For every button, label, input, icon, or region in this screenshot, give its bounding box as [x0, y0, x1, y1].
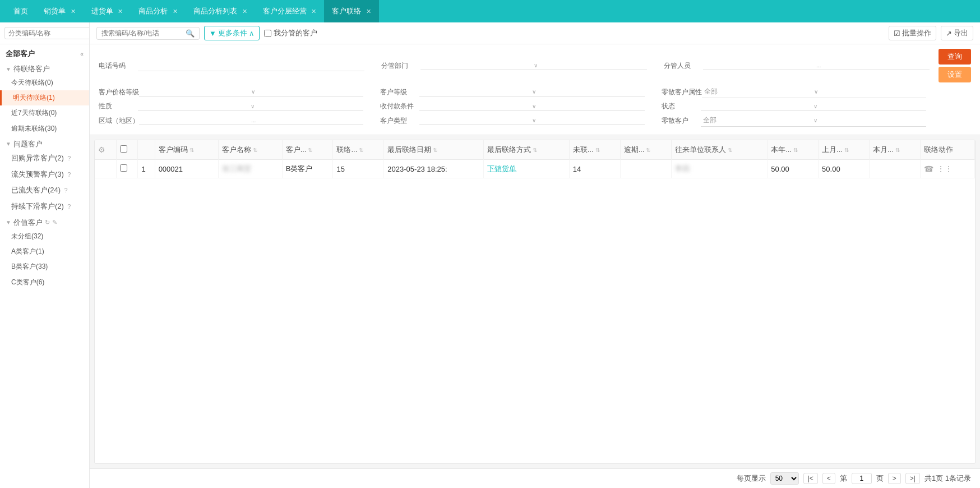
col-overdue[interactable]: 逾期... ⇅	[620, 140, 671, 160]
sort-method-icon: ⇅	[533, 147, 537, 153]
sidebar-item-churn-warning[interactable]: 流失预警客户(3) ?	[0, 167, 89, 183]
select-all-checkbox[interactable]	[120, 145, 127, 153]
nav-home[interactable]: 首页	[6, 0, 36, 22]
query-btn[interactable]: 查询	[939, 49, 971, 65]
filter-customer-type-select[interactable]: ∨	[419, 116, 645, 125]
table-row: 1 000021 张三商贸 B类客户 15 2023-05-23 18:25: …	[95, 160, 975, 178]
sort-overdue-icon: ⇅	[646, 147, 650, 153]
close-product-analysis-icon[interactable]: ✕	[173, 8, 178, 15]
sidebar-item-tomorrow-contact[interactable]: 明天待联络(1)	[0, 90, 89, 105]
nav-product-analysis[interactable]: 商品分析 ✕	[131, 0, 186, 22]
row-action-more-icon[interactable]: ⋮⋮	[937, 164, 953, 173]
all-customers-header[interactable]: 全部客户 «	[0, 44, 89, 61]
col-contacts-person[interactable]: 往来单位联系人 ⇅	[671, 140, 768, 160]
customer-type-chevron-icon: ∨	[532, 117, 642, 123]
sidebar-search-area: 🔍	[0, 22, 89, 44]
first-page-btn[interactable]: |<	[803, 473, 818, 484]
col-this-year[interactable]: 本年... ⇅	[768, 140, 819, 160]
filter-payment-select[interactable]: ∨	[419, 102, 645, 111]
col-not-contacted[interactable]: 未联... ⇅	[569, 140, 620, 160]
nav-product-analysis-list[interactable]: 商品分析列表 ✕	[186, 0, 255, 22]
sidebar-item-7days-contact[interactable]: 近7天待联络(0)	[0, 105, 89, 121]
batch-operation-btn[interactable]: ☑ 批量操作	[889, 26, 936, 40]
col-last-month[interactable]: 上月... ⇅	[819, 140, 870, 160]
help-icon-3[interactable]: ?	[67, 203, 71, 210]
filter-phone-input[interactable]	[138, 61, 364, 71]
filter-manager: 分管人员 ...	[664, 61, 930, 71]
col-type[interactable]: 客户... ⇅	[282, 140, 333, 160]
help-icon-2[interactable]: ?	[64, 187, 67, 194]
collapse-icon[interactable]: «	[80, 50, 84, 57]
next-page-btn[interactable]: >	[888, 473, 901, 484]
sidebar: 🔍 全部客户 « ▼ 待联络客户 今天待联络(0) 明天待联络(1) 近7天待联…	[0, 22, 90, 488]
page-input[interactable]	[852, 473, 872, 484]
table-gear-icon[interactable]: ⚙	[98, 145, 105, 154]
total-records: 共1页 1条记录	[924, 473, 971, 484]
col-contact[interactable]: 联络... ⇅	[333, 140, 384, 160]
filter-dept-select[interactable]: ∨	[420, 61, 647, 70]
col-last-contact-method[interactable]: 最后联络方式 ⇅	[484, 140, 569, 160]
sidebar-item-today-contact[interactable]: 今天待联络(0)	[0, 75, 89, 90]
filter-customer-level-select[interactable]: ∨	[419, 88, 645, 96]
filter-manager-select[interactable]: ...	[703, 61, 930, 70]
sidebar-item-class-b[interactable]: B类客户(33)	[0, 259, 89, 274]
filter-region-select[interactable]: ...	[139, 116, 363, 125]
filter-status-select[interactable]: ∨	[701, 102, 926, 111]
close-customer-contact-icon[interactable]: ✕	[366, 8, 371, 15]
filter-retail-customer-select[interactable]: 全部 ∨	[701, 114, 926, 127]
value-group-edit-icon[interactable]: ✎	[52, 219, 57, 226]
sidebar-item-unclassified[interactable]: 未分组(32)	[0, 229, 89, 244]
search-input[interactable]	[101, 29, 186, 37]
close-customer-segment-icon[interactable]: ✕	[311, 8, 316, 15]
col-last-contact-date[interactable]: 最后联络日期 ⇅	[384, 140, 484, 160]
row-action-phone-icon[interactable]: ☎	[924, 164, 933, 173]
sidebar-item-repurchase-abnormal[interactable]: 回购异常客户(2) ?	[0, 150, 89, 167]
nav-customer-contact[interactable]: 客户联络 ✕	[324, 0, 379, 22]
my-customers-checkbox[interactable]	[264, 30, 271, 37]
col-this-month[interactable]: 本月... ⇅	[869, 140, 920, 160]
search-input-wrap: 🔍	[96, 27, 200, 40]
export-btn[interactable]: ↗ 导出	[941, 26, 973, 40]
status-chevron-icon: ∨	[813, 103, 924, 109]
help-icon-0[interactable]: ?	[67, 155, 71, 162]
nav-purchase[interactable]: 进货单 ✕	[84, 0, 131, 22]
nav-sales[interactable]: 销货单 ✕	[36, 0, 84, 22]
filter-nature-select[interactable]: ∨	[138, 102, 363, 111]
filter-more-btn[interactable]: ▼ 更多条件 ∧	[204, 26, 260, 40]
row-contact-cell: 15	[333, 160, 384, 178]
filter-retail-attr-select[interactable]: 全部 ∨	[702, 86, 926, 98]
setting-btn[interactable]: 设置	[939, 67, 971, 82]
sidebar-item-churned[interactable]: 已流失客户(24) ?	[0, 182, 89, 199]
filter-row-4: 区域（地区） ... 客户类型 ∨ 零散客户	[99, 114, 971, 127]
sidebar-item-class-a[interactable]: A类客户(1)	[0, 244, 89, 259]
page-size-select[interactable]: 50 20 100	[770, 472, 799, 485]
row-checkbox[interactable]	[120, 164, 127, 172]
filter-retail-customer: 零散客户 全部 ∨	[662, 114, 926, 127]
sidebar-item-declining[interactable]: 持续下滑客户(2) ?	[0, 199, 89, 215]
col-code[interactable]: 客户编码 ⇅	[155, 140, 219, 160]
sort-contacts-icon: ⇅	[728, 147, 732, 153]
search-icon[interactable]: 🔍	[186, 29, 195, 38]
sidebar-search-input[interactable]	[4, 27, 90, 39]
filter-price-level-select[interactable]: ∨	[139, 88, 363, 96]
sidebar-item-class-c[interactable]: C类客户(6)	[0, 275, 89, 290]
close-product-analysis-list-icon[interactable]: ✕	[242, 8, 247, 15]
last-contact-method-link[interactable]: 下销货单	[487, 164, 516, 173]
prev-page-btn[interactable]: <	[822, 473, 835, 484]
value-group-refresh-icon[interactable]: ↻	[45, 219, 50, 226]
help-icon-1[interactable]: ?	[67, 171, 71, 178]
pending-group-label: ▼ 待联络客户	[0, 61, 89, 75]
nav-customer-segment[interactable]: 客户分层经营 ✕	[255, 0, 325, 22]
page-suffix: 页	[876, 473, 884, 484]
last-page-btn[interactable]: >|	[905, 473, 920, 484]
row-overdue-cell	[620, 160, 671, 178]
col-name[interactable]: 客户名称 ⇅	[219, 140, 283, 160]
row-last-month-cell: 50.00	[819, 160, 870, 178]
sidebar-item-overdue-contact[interactable]: 逾期未联络(30)	[0, 121, 89, 136]
page-size-label: 每页显示	[737, 473, 766, 484]
close-purchase-icon[interactable]: ✕	[118, 8, 123, 15]
filter-icon: ▼	[209, 29, 216, 38]
row-actions: ☎ ⋮⋮	[924, 164, 971, 173]
my-customers-checkbox-wrap[interactable]: 我分管的客户	[264, 28, 317, 38]
close-sales-icon[interactable]: ✕	[71, 8, 76, 15]
